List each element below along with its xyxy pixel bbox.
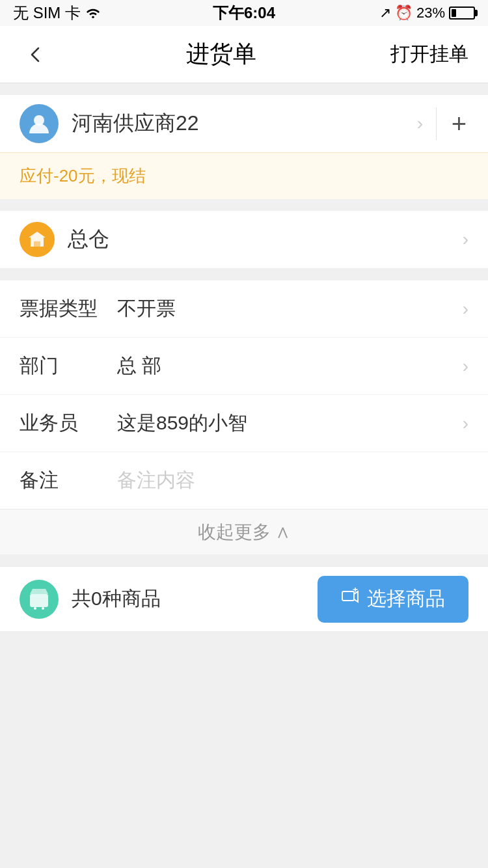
invoice-row[interactable]: 票据类型 不开票 ›	[0, 280, 488, 337]
svg-point-4	[42, 607, 44, 610]
warehouse-name: 总仓	[68, 225, 463, 254]
svg-rect-2	[30, 594, 48, 607]
invoice-label: 票据类型	[20, 295, 104, 322]
divider-2	[0, 199, 488, 211]
supplier-chevron-icon: ›	[417, 113, 423, 134]
supplier-section: 河南供应商22 › +	[0, 95, 488, 152]
department-value: 总 部	[104, 353, 463, 379]
svg-rect-1	[34, 241, 40, 247]
salesman-row[interactable]: 业务员 这是859的小智 ›	[0, 394, 488, 452]
select-btn-text: 选择商品	[367, 586, 445, 612]
salesman-value: 这是859的小智	[104, 410, 463, 437]
product-icon-wrap	[20, 580, 59, 619]
plus-icon: +	[452, 109, 467, 139]
supplier-row[interactable]: 河南供应商22 › +	[20, 95, 468, 152]
status-bar: 无 SIM 卡 下午6:04 ↗ ⏰ 23%	[0, 0, 488, 26]
back-icon	[27, 46, 45, 64]
form-section: 票据类型 不开票 › 部门 总 部 › 业务员 这是859的小智 › 备注 备注…	[0, 280, 488, 509]
supplier-name: 河南供应商22	[72, 109, 417, 138]
remark-value[interactable]: 备注内容	[104, 467, 468, 494]
add-supplier-button[interactable]: +	[436, 107, 468, 140]
salesman-chevron-icon: ›	[463, 413, 468, 434]
department-chevron-icon: ›	[463, 356, 468, 377]
cart-icon	[27, 588, 51, 611]
open-pending-button[interactable]: 打开挂单	[390, 41, 468, 68]
page-title: 进货单	[186, 38, 256, 70]
svg-rect-5	[342, 591, 354, 601]
product-count: 共0种商品	[72, 586, 305, 612]
status-time: 下午6:04	[213, 3, 275, 23]
department-row[interactable]: 部门 总 部 ›	[0, 337, 488, 394]
warehouse-chevron-icon: ›	[463, 229, 468, 250]
select-product-button[interactable]: 选择商品	[318, 576, 468, 623]
invoice-value: 不开票	[104, 295, 463, 322]
wifi-icon	[86, 8, 100, 18]
status-indicators: ↗ ⏰ 23%	[379, 5, 475, 21]
notice-row: 应付-20元，现结	[0, 152, 488, 199]
nav-bar: 进货单 打开挂单	[0, 26, 488, 83]
battery-icon	[449, 7, 475, 20]
salesman-label: 业务员	[20, 410, 104, 437]
notice-text: 应付-20元，现结	[20, 166, 146, 185]
divider-4	[0, 554, 488, 566]
collapse-text: 收起更多 ∧	[198, 520, 291, 545]
collapse-row[interactable]: 收起更多 ∧	[0, 509, 488, 554]
invoice-chevron-icon: ›	[463, 299, 468, 319]
back-button[interactable]	[20, 38, 52, 71]
avatar-icon	[27, 111, 51, 136]
divider-1	[0, 83, 488, 95]
supplier-avatar	[20, 104, 59, 143]
location-icon: ↗	[379, 5, 391, 21]
department-label: 部门	[20, 353, 104, 379]
bottom-bar: 共0种商品 选择商品	[0, 566, 488, 631]
remark-row[interactable]: 备注 备注内容	[0, 452, 488, 509]
remark-label: 备注	[20, 467, 104, 494]
bottom-area	[0, 631, 488, 826]
select-product-icon	[341, 588, 359, 610]
alarm-icon: ⏰	[395, 5, 413, 21]
carrier-info: 无 SIM 卡	[13, 3, 100, 23]
svg-point-3	[34, 607, 36, 610]
warehouse-row[interactable]: 总仓 ›	[20, 211, 468, 268]
warehouse-icon-wrap	[20, 222, 55, 257]
battery-percent: 23%	[416, 5, 445, 21]
warehouse-section: 总仓 ›	[0, 211, 488, 268]
divider-3	[0, 268, 488, 280]
carrier-text: 无 SIM 卡	[13, 3, 81, 23]
warehouse-icon	[27, 230, 47, 249]
